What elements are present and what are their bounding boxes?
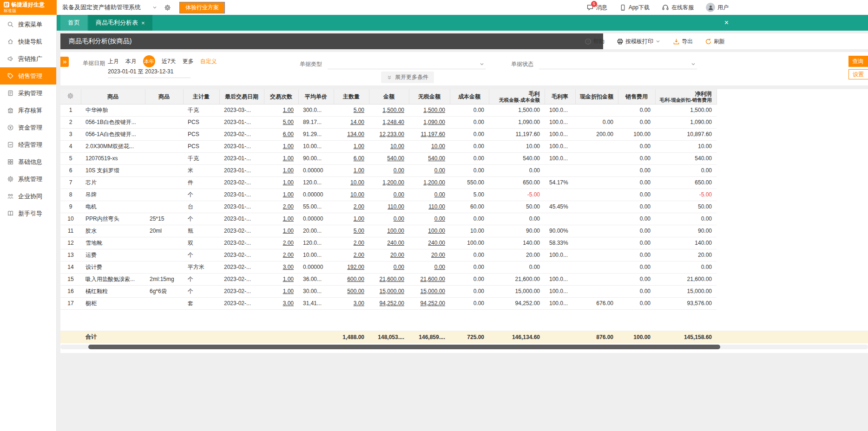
cell[interactable]: 20.00 [369, 249, 409, 261]
table-row[interactable]: 11胶水20ml瓶2023-02-...1.0020.00...5.00100.… [60, 225, 717, 237]
cell[interactable]: 134.00 [334, 128, 369, 140]
cell[interactable]: 1.00 [264, 152, 298, 164]
cell[interactable]: 3.00 [264, 297, 298, 309]
drill-down-link[interactable]: 540.00 [387, 155, 404, 162]
col-header[interactable]: 毛利率 [545, 89, 575, 104]
tab-close-icon[interactable]: × [141, 20, 145, 26]
tab-product-gross-profit-report[interactable]: 商品毛利分析表 × [88, 15, 152, 31]
col-header[interactable]: 成本金额 [450, 89, 489, 104]
cell[interactable]: 600.00 [334, 273, 369, 285]
drill-down-link[interactable]: 10.00 [390, 143, 404, 150]
cell[interactable]: 1,500.00 [409, 104, 450, 116]
sidebar-item-purchase[interactable]: 采购管理 [0, 85, 56, 102]
drill-down-link[interactable]: 100.00 [428, 228, 445, 234]
table-row[interactable]: 13运费个2023-02-...2.0010.00...2.0020.0020.… [60, 249, 717, 261]
cell[interactable]: 12,233.00 [369, 128, 409, 140]
app-download-button[interactable]: App下载 [619, 4, 650, 12]
drill-down-link[interactable]: 0.00 [434, 191, 445, 198]
drill-down-link[interactable]: 10.00 [350, 191, 364, 198]
cell[interactable]: 540.00 [409, 152, 450, 164]
sidebar-item-guide[interactable]: 新手引导 [0, 205, 56, 222]
drill-down-link[interactable]: 1,200.00 [382, 179, 404, 186]
cell[interactable]: 1.00 [264, 273, 298, 285]
drill-down-link[interactable]: 1,500.00 [423, 107, 445, 113]
drill-down-link[interactable]: 15,000.00 [421, 288, 445, 294]
cell[interactable]: 1.00 [264, 176, 298, 189]
drill-down-link[interactable]: 0.00 [394, 264, 404, 270]
cell[interactable]: 540.00 [369, 152, 409, 164]
drill-down-link[interactable]: 5.00 [354, 228, 364, 234]
drill-down-link[interactable]: 1.00 [283, 155, 294, 162]
cell[interactable]: 1,248.40 [369, 116, 409, 128]
cell[interactable]: 2.00 [334, 201, 369, 213]
cell[interactable]: 15,000.00 [369, 285, 409, 297]
cell[interactable]: 21,600.00 [369, 273, 409, 285]
cell[interactable]: 1.00 [264, 285, 298, 297]
drill-down-link[interactable]: 2.00 [283, 240, 294, 246]
drill-down-link[interactable]: 0.00 [394, 191, 404, 198]
cell[interactable]: 3.00 [334, 297, 369, 309]
cell[interactable]: 1.00 [264, 213, 298, 225]
cell[interactable]: 100.00 [369, 225, 409, 237]
gear-icon[interactable] [67, 92, 74, 99]
date-option[interactable]: 上月 [108, 58, 119, 65]
drill-down-link[interactable]: 11,197.60 [421, 131, 446, 137]
col-header[interactable]: 主数量 [334, 89, 369, 104]
cell[interactable]: 11,197.60 [409, 128, 450, 140]
table-row[interactable]: 14设计费平方米2023-02-...3.000.00000192.000.00… [60, 261, 717, 273]
table-row[interactable]: 512070519-xs千克2023-01-...1.0090.00...6.0… [60, 152, 717, 164]
drill-down-link[interactable]: 3.00 [283, 300, 294, 307]
cell[interactable]: 1,200.00 [369, 176, 409, 189]
drill-down-link[interactable]: 21,600.00 [380, 276, 404, 282]
drill-down-link[interactable]: 1.00 [283, 107, 294, 113]
sidebar-item-quick-nav[interactable]: 快捷导航 [0, 33, 56, 50]
doc-type-input[interactable] [328, 59, 486, 69]
table-row[interactable]: 9电机台2023-01-...2.0055.00...2.00110.00110… [60, 201, 717, 213]
drill-down-link[interactable]: 10.00 [431, 143, 445, 150]
cell[interactable]: 1,500.00 [369, 104, 409, 116]
help-button[interactable]: ? 帮助 [585, 38, 605, 46]
cell[interactable]: 14.00 [334, 116, 369, 128]
table-row[interactable]: 17橱柜套2023-02-...3.0031,41...3.0094,252.0… [60, 297, 717, 309]
sidebar-item-search-menu[interactable]: 搜索菜单 [0, 16, 56, 33]
drill-down-link[interactable]: 1.00 [283, 216, 294, 222]
drill-down-link[interactable]: 100.00 [387, 228, 404, 234]
cell[interactable]: 5.00 [334, 104, 369, 116]
drill-down-link[interactable]: 20.00 [390, 252, 404, 258]
cell[interactable]: 21,600.00 [409, 273, 450, 285]
drill-down-link[interactable]: 94,252.00 [421, 300, 445, 307]
drill-down-link[interactable]: 0.00 [394, 216, 404, 222]
search-button[interactable]: 查询 [848, 56, 868, 67]
drill-down-link[interactable]: 15,000.00 [380, 288, 404, 294]
sidebar-item-basic-info[interactable]: 基础信息 [0, 153, 56, 170]
cell[interactable]: 6.00 [334, 152, 369, 164]
drill-down-link[interactable]: 110.00 [388, 203, 404, 210]
cell[interactable]: 0.00 [409, 261, 450, 273]
sidebar-item-funds[interactable]: 资金管理 [0, 119, 56, 136]
sidebar-item-system[interactable]: 系统管理 [0, 170, 56, 188]
cell[interactable]: 15,000.00 [409, 285, 450, 297]
table-row[interactable]: 2056-1B白色按键开...PCS2023-01-...5.0089.17..… [60, 116, 717, 128]
drill-down-link[interactable]: 0.00 [394, 167, 404, 174]
drill-down-link[interactable]: 2.00 [283, 252, 294, 258]
close-tabs-icon[interactable]: × [724, 15, 729, 31]
drill-down-link[interactable]: 6.00 [354, 155, 364, 162]
table-row[interactable]: 1中华神胎千克2023-03-...1.00300.0...5.001,500.… [60, 104, 717, 116]
tab-home[interactable]: 首页 [60, 15, 87, 31]
cell[interactable]: 5.00 [334, 225, 369, 237]
drill-down-link[interactable]: 5.00 [283, 119, 294, 125]
drill-down-link[interactable]: 134.00 [347, 131, 364, 137]
column-settings-header[interactable] [60, 89, 81, 104]
collapse-filter-icon[interactable] [60, 57, 69, 67]
drill-down-link[interactable]: 192.00 [347, 264, 364, 270]
drill-down-link[interactable]: 5.00 [354, 107, 364, 113]
cell[interactable]: 0.00 [409, 164, 450, 176]
cell[interactable]: 1.00 [264, 189, 298, 201]
cell[interactable]: 2.00 [264, 201, 298, 213]
cell[interactable]: 10.00 [334, 189, 369, 201]
col-header[interactable]: 现金折扣金额 [575, 89, 618, 104]
cell[interactable]: 20.00 [409, 249, 450, 261]
cell[interactable]: 1,200.00 [409, 176, 450, 189]
drill-down-link[interactable]: 1.00 [283, 179, 294, 186]
cell[interactable]: 0.00 [369, 189, 409, 201]
